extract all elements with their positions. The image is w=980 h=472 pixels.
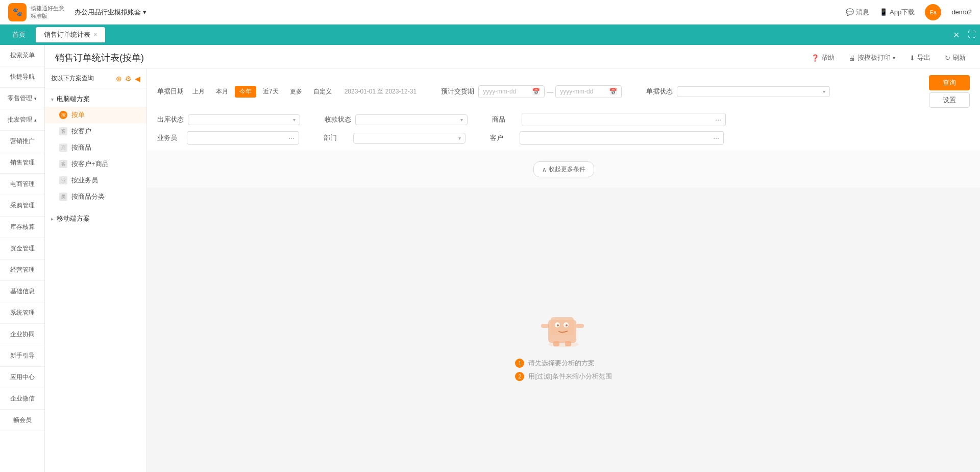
- sidebar-item-retail[interactable]: 零售管理 ▾: [0, 88, 44, 109]
- manage-scheme-button[interactable]: ⚙: [125, 75, 132, 83]
- template-print-button[interactable]: 🖨 按模板打印 ▾: [845, 51, 899, 64]
- svg-point-6: [566, 324, 568, 326]
- sidebar-item-wechat[interactable]: 企业微信: [0, 388, 44, 410]
- refresh-button[interactable]: ↻ 刷新: [941, 51, 970, 64]
- chevron-right-icon: ▸: [51, 216, 54, 222]
- sidebar-item-sales[interactable]: 销售管理: [0, 152, 44, 174]
- main-panel: 单据日期 上月 本月 今年 近7天 更多 自定义 2023: [147, 69, 980, 472]
- export-button[interactable]: ⬇ 导出: [905, 51, 935, 64]
- customer-select[interactable]: ···: [520, 131, 724, 145]
- date-btn-custom[interactable]: 自定义: [309, 86, 336, 98]
- delivery-date-start[interactable]: yyyy-mm-dd 📅: [478, 85, 545, 98]
- customer-label: 客户: [490, 133, 516, 143]
- goods-label: 商品: [492, 115, 518, 124]
- by-customer-goods-icon: 客: [59, 160, 67, 168]
- scheme-item-by-customer[interactable]: 客 按客户: [45, 123, 146, 139]
- top-header: 🐾 畅捷通好生意 标准版 办公用品行业模拟账套 ▾ 💬 消息 📱 App下载 E…: [0, 0, 980, 25]
- close-window-button[interactable]: ✕: [953, 30, 960, 40]
- sidebar-item-purchase[interactable]: 采购管理: [0, 195, 44, 217]
- scheme-item-by-customer-goods[interactable]: 客 按客户+商品: [45, 156, 146, 172]
- page-header: 销售订单统计表(按单) ❓ 帮助 🖨 按模板打印 ▾ ⬇ 导出 ↻ 刷新: [45, 45, 980, 69]
- main-area: 搜索菜单 快捷导航 零售管理 ▾ 批发管理 ▴ 营销推广 销售管理 电商管理 采…: [0, 45, 980, 472]
- date-shortcuts: 上月 本月 今年 近7天 更多 自定义: [188, 86, 336, 98]
- date-btn-more[interactable]: 更多: [285, 86, 307, 98]
- date-input-group: yyyy-mm-dd 📅 — yyyy-mm-dd 📅: [478, 85, 622, 98]
- scheme-group-mobile-title[interactable]: ▸ 移动端方案: [45, 211, 146, 226]
- date-btn-7days[interactable]: 近7天: [258, 86, 283, 98]
- scheme-item-by-order[interactable]: 按 按单: [45, 107, 146, 123]
- sidebar-item-search[interactable]: 搜索菜单: [0, 45, 44, 66]
- delivery-date-end[interactable]: yyyy-mm-dd 📅: [555, 85, 622, 98]
- action-buttons: 查询 设置: [929, 75, 970, 108]
- sidebar-item-basic-info[interactable]: 基础信息: [0, 281, 44, 302]
- expected-delivery-label: 预计交货期: [441, 87, 474, 96]
- svg-rect-8: [565, 341, 571, 346]
- goods-dots-icon[interactable]: ···: [715, 115, 721, 124]
- filter-cell-date: 单据日期 上月 本月 今年 近7天 更多 自定义: [157, 86, 336, 98]
- delivery-status-select[interactable]: ▾: [188, 114, 300, 125]
- maximize-button[interactable]: ⛶: [968, 30, 976, 39]
- collapse-area: ∧ 收起更多条件: [147, 151, 980, 187]
- salesperson-dots-icon[interactable]: ···: [288, 134, 295, 142]
- sidebar-item-membership[interactable]: 畅会员: [0, 410, 44, 431]
- svg-rect-9: [541, 324, 549, 328]
- sidebar-item-enterprise[interactable]: 企业协同: [0, 324, 44, 345]
- scheme-item-by-category[interactable]: 类 按商品分类: [45, 188, 146, 205]
- date-btn-this-year[interactable]: 今年: [235, 86, 256, 98]
- collapse-button[interactable]: ∧ 收起更多条件: [533, 161, 594, 177]
- settings-button[interactable]: 设置: [929, 92, 970, 108]
- tab-home[interactable]: 首页: [4, 27, 34, 42]
- doc-status-group: 单据状态 ▾: [646, 86, 921, 97]
- scheme-group-desktop-title[interactable]: ▾ 电脑端方案: [45, 91, 146, 107]
- date-btn-this-month[interactable]: 本月: [211, 86, 233, 98]
- sidebar-item-wholesale[interactable]: 批发管理 ▴: [0, 109, 44, 131]
- username[interactable]: demo2: [951, 8, 972, 16]
- sidebar-item-finance[interactable]: 资金管理: [0, 238, 44, 259]
- date-btn-last-month[interactable]: 上月: [188, 86, 209, 98]
- chevron-down-icon: ▾: [460, 117, 463, 123]
- salesperson-select[interactable]: ···: [187, 131, 299, 145]
- sidebar-item-inventory[interactable]: 库存核算: [0, 217, 44, 238]
- sidebar-item-marketing[interactable]: 营销推广: [0, 131, 44, 152]
- message-icon: 💬: [846, 8, 854, 16]
- by-salesperson-icon: 业: [59, 176, 67, 184]
- scheme-panel-header: 按以下方案查询 ⊕ ⚙ ◀: [45, 69, 146, 88]
- content-area: 销售订单统计表(按单) ❓ 帮助 🖨 按模板打印 ▾ ⬇ 导出 ↻ 刷新: [45, 45, 980, 472]
- sidebar-item-system[interactable]: 系统管理: [0, 302, 44, 324]
- download-icon: 📱: [879, 8, 888, 16]
- customer-dots-icon[interactable]: ···: [713, 134, 719, 142]
- logo-text: 畅捷通好生意 标准版: [31, 5, 64, 19]
- tab-active[interactable]: 销售订单统计表 ×: [36, 27, 105, 42]
- help-icon: ❓: [811, 54, 819, 62]
- query-button[interactable]: 查询: [929, 75, 970, 90]
- hint-num-2: 2: [515, 372, 524, 381]
- collapse-scheme-button[interactable]: ◀: [135, 75, 140, 83]
- by-category-icon: 类: [59, 193, 67, 201]
- message-button[interactable]: 💬 消息: [846, 8, 869, 17]
- doc-status-select[interactable]: ▾: [677, 86, 830, 97]
- industry-selector[interactable]: 办公用品行业模拟账套 ▾: [70, 6, 151, 19]
- scheme-item-by-salesperson[interactable]: 业 按业务员: [45, 172, 146, 188]
- sidebar-item-apps[interactable]: 应用中心: [0, 367, 44, 388]
- page-body: 按以下方案查询 ⊕ ⚙ ◀ ▾ 电脑端方案 按 按单: [45, 69, 980, 472]
- logo-area: 🐾 畅捷通好生意 标准版: [8, 3, 64, 21]
- scheme-item-by-goods[interactable]: 商 按商品: [45, 139, 146, 156]
- dept-select[interactable]: ▾: [353, 133, 465, 144]
- sidebar-item-ecommerce[interactable]: 电商管理: [0, 174, 44, 195]
- sidebar-item-quick-nav[interactable]: 快捷导航: [0, 66, 44, 88]
- goods-select[interactable]: ···: [522, 113, 726, 126]
- tab-close-button[interactable]: ×: [93, 31, 97, 38]
- help-button[interactable]: ❓ 帮助: [807, 51, 839, 64]
- by-order-icon: 按: [59, 111, 67, 119]
- add-scheme-button[interactable]: ⊕: [116, 75, 122, 83]
- doc-status-label: 单据状态: [646, 87, 673, 96]
- customer-group: 客户 ···: [490, 131, 970, 145]
- sidebar-item-operations[interactable]: 经营管理: [0, 259, 44, 281]
- app-download-button[interactable]: 📱 App下载: [879, 8, 915, 17]
- avatar[interactable]: Ea: [925, 4, 941, 20]
- sidebar-item-newbie[interactable]: 新手引导: [0, 345, 44, 367]
- filter-section: 单据日期 上月 本月 今年 近7天 更多 自定义 2023: [147, 69, 980, 187]
- chevron-down-icon: ▾: [823, 89, 825, 95]
- scheme-panel: 按以下方案查询 ⊕ ⚙ ◀ ▾ 电脑端方案 按 按单: [45, 69, 147, 472]
- payment-status-select[interactable]: ▾: [355, 114, 468, 125]
